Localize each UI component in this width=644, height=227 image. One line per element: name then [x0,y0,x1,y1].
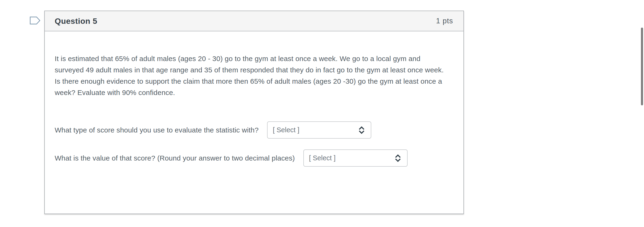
score-type-select[interactable]: [ Select ] [267,122,371,138]
select-chevron-icon [395,154,401,162]
question-text: It is estimated that 65% of adult males … [55,53,454,98]
flag-question-button[interactable] [30,16,40,24]
question-points: 1 pts [436,17,453,25]
question-header: Question 5 1 pts [45,11,464,31]
quiz-page: Question 5 1 pts It is estimated that 65… [0,0,644,227]
question-card: Question 5 1 pts It is estimated that 65… [44,10,464,214]
score-type-label: What type of score should you use to eva… [55,126,258,134]
select-chevron-icon [358,126,365,134]
score-type-select-value: [ Select ] [273,126,299,134]
answer-row-score-value: What is the value of that score? (Round … [55,150,454,167]
question-title: Question 5 [55,16,97,26]
question-text-line: Is there enough evidence to support the … [55,76,454,87]
question-text-line: surveyed 49 adult males in that age rang… [55,64,454,76]
question-text-line: week? Evaluate with 90% confidence. [55,87,454,98]
score-value-select-value: [ Select ] [309,154,336,162]
question-text-line: It is estimated that 65% of adult males … [55,53,454,64]
scrollbar-thumb[interactable] [641,28,643,105]
score-value-select[interactable]: [ Select ] [304,150,408,167]
question-body: It is estimated that 65% of adult males … [45,31,464,167]
flag-icon [30,16,40,24]
answer-row-score-type: What type of score should you use to eva… [55,122,454,138]
score-value-label: What is the value of that score? (Round … [55,154,295,162]
